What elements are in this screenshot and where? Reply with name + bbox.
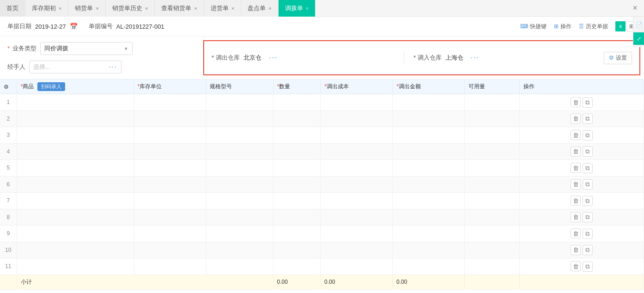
history-button[interactable]: ☰ 历史单据 [579,23,608,31]
tab-inventory-check[interactable]: 盘点单 × [241,0,278,17]
cell-spec[interactable] [206,110,273,127]
cell-qty[interactable] [273,226,320,242]
warehouse-out-dots[interactable]: ··· [269,54,278,62]
cell-available[interactable] [465,143,520,160]
cell-unit[interactable] [134,193,206,209]
cell-spec[interactable] [206,226,273,242]
tab-sales-order-close[interactable]: × [96,6,98,11]
cell-amount[interactable] [393,193,465,209]
cell-spec[interactable] [206,94,273,111]
copy-icon[interactable]: ⧉ [583,163,593,173]
cell-amount[interactable] [393,127,465,144]
delete-icon[interactable]: 🗑 [571,114,581,124]
cell-qty[interactable] [273,94,320,111]
cell-unit[interactable] [134,176,206,193]
cell-unit[interactable] [134,226,206,242]
cell-qty[interactable] [273,127,320,144]
cell-unit[interactable] [134,258,206,275]
right-panel-doc-button[interactable]: 📄 [633,18,644,31]
delete-icon[interactable]: 🗑 [571,163,581,173]
cell-amount[interactable] [393,176,465,193]
cell-product[interactable] [17,176,134,193]
tab-sales-history[interactable]: 销货单历史 × [106,0,155,17]
cell-spec[interactable] [206,143,273,160]
handler-dots[interactable]: ··· [109,63,117,71]
calendar-icon[interactable]: 📅 [70,23,78,30]
tab-sales-order[interactable]: 销货单 × [68,0,105,17]
handler-select[interactable]: 选择... ··· [29,61,122,73]
cell-spec[interactable] [206,127,273,144]
cell-unit[interactable] [134,110,206,127]
cell-available[interactable] [465,193,520,209]
settings-button[interactable]: ⚙ 设置 [604,52,632,64]
cell-spec[interactable] [206,193,273,209]
cell-qty[interactable] [273,258,320,275]
cell-product[interactable] [17,94,134,111]
copy-icon[interactable]: ⧉ [583,196,593,206]
tab-view-sales-close[interactable]: × [194,6,197,11]
cell-available[interactable] [465,209,520,226]
cell-cost[interactable] [320,143,392,160]
tab-transfer-close[interactable]: × [306,6,309,11]
cell-spec[interactable] [206,242,273,258]
cell-available[interactable] [465,258,520,275]
cell-cost[interactable] [320,226,392,242]
cell-amount[interactable] [393,258,465,275]
cell-amount[interactable] [393,209,465,226]
cell-available[interactable] [465,127,520,144]
tab-transfer[interactable]: 调拨单 × [279,0,316,17]
cell-cost[interactable] [320,94,392,111]
cell-available[interactable] [465,160,520,177]
copy-icon[interactable]: ⧉ [583,146,593,157]
cell-amount[interactable] [393,226,465,242]
delete-icon[interactable]: 🗑 [571,179,581,189]
cell-qty[interactable] [273,110,320,127]
cell-amount[interactable] [393,110,465,127]
warehouse-in-dots[interactable]: ··· [471,54,480,62]
right-panel-expand-button[interactable]: ⤢ [633,32,644,45]
copy-icon[interactable]: ⧉ [583,114,593,124]
cell-product[interactable] [17,226,134,242]
tab-inventory-init[interactable]: 库存期初 × [25,0,68,17]
cell-product[interactable] [17,110,134,127]
cell-available[interactable] [465,242,520,258]
cell-unit[interactable] [134,127,206,144]
cell-cost[interactable] [320,209,392,226]
cell-product[interactable] [17,193,134,209]
delete-icon[interactable]: 🗑 [571,146,581,157]
tab-purchase-order-close[interactable]: × [231,6,234,11]
delete-icon[interactable]: 🗑 [571,245,581,255]
cell-unit[interactable] [134,94,206,111]
cell-cost[interactable] [320,242,392,258]
tab-home[interactable]: 首页 [0,0,25,17]
cell-product[interactable] [17,160,134,177]
business-type-select[interactable]: 同价调拨 ▼ [40,42,133,55]
delete-icon[interactable]: 🗑 [571,130,581,140]
copy-icon[interactable]: ⧉ [583,212,593,222]
cell-spec[interactable] [206,160,273,177]
window-close-button[interactable]: × [626,0,644,17]
cell-cost[interactable] [320,110,392,127]
cell-available[interactable] [465,226,520,242]
copy-icon[interactable]: ⧉ [583,130,593,140]
tab-purchase-order[interactable]: 进货单 × [204,0,241,17]
copy-icon[interactable]: ⧉ [583,262,593,272]
cell-qty[interactable] [273,160,320,177]
scan-button[interactable]: 扫码录入 [37,82,65,91]
cell-unit[interactable] [134,143,206,160]
copy-icon[interactable]: ⧉ [583,229,593,239]
cell-amount[interactable] [393,143,465,160]
delete-icon[interactable]: 🗑 [571,261,581,271]
cell-amount[interactable] [393,160,465,177]
cell-available[interactable] [465,176,520,193]
cell-qty[interactable] [273,242,320,258]
cell-spec[interactable] [206,258,273,275]
cell-available[interactable] [465,94,520,111]
cell-amount[interactable] [393,94,465,111]
cell-qty[interactable] [273,193,320,209]
cell-product[interactable] [17,209,134,226]
delete-icon[interactable]: 🗑 [571,97,581,107]
cell-cost[interactable] [320,176,392,193]
actions-button[interactable]: ⊞ 操作 [554,23,571,31]
cell-spec[interactable] [206,209,273,226]
